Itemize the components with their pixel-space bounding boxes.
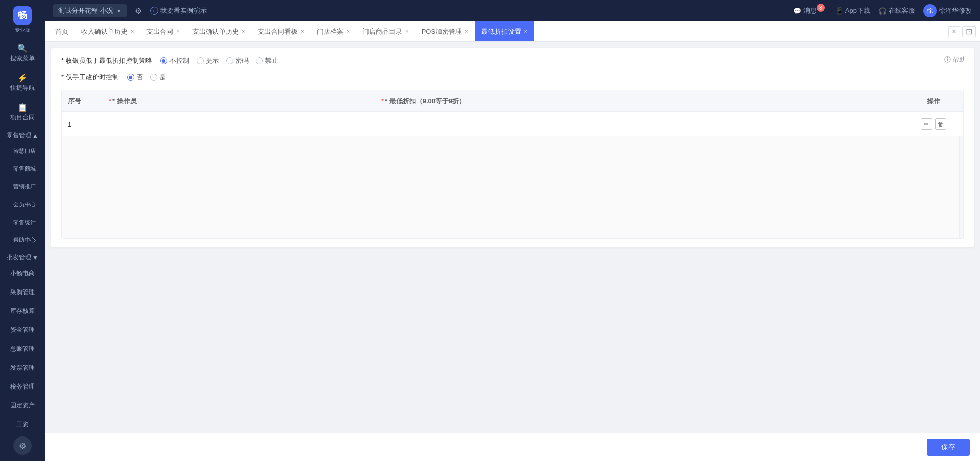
delete-row-button[interactable]: 🗑 — [935, 118, 946, 130]
radio-password[interactable]: 密码 — [226, 56, 249, 65]
edit-row-button[interactable]: ✏ — [921, 118, 932, 130]
sidebar-item-project-contract[interactable]: 📋 项目合同 — [0, 98, 45, 127]
td-seq: 1 — [62, 120, 103, 128]
logo-text: 专业版 — [15, 27, 30, 34]
save-button[interactable]: 保存 — [927, 439, 970, 456]
sidebar-item-inventory[interactable]: 库存核算 — [0, 302, 45, 321]
user-profile-button[interactable]: 徐 徐泽华修改 — [923, 4, 972, 17]
sidebar-item-quick-nav[interactable]: ⚡ 快捷导航 — [0, 68, 45, 98]
sidebar-item-retail-mgmt[interactable]: 零售管理 ▲ — [0, 127, 45, 142]
online-support-button[interactable]: 🎧 在线客服 — [878, 6, 915, 15]
tab-label: 最低折扣设置 — [481, 27, 521, 36]
sidebar-logo: 畅 专业版 — [0, 0, 45, 38]
table-scrollbar[interactable] — [959, 136, 963, 238]
sidebar-item-ecommerce[interactable]: 小畅电商 — [0, 264, 45, 283]
sidebar-item-fixed-assets[interactable]: 固定资产 — [0, 396, 45, 415]
demo-label: 我要看实例演示 — [160, 6, 207, 15]
expand-tab-button[interactable]: ⊡ — [962, 26, 976, 37]
messages-button[interactable]: 💬 消息 8 — [793, 6, 827, 15]
sidebar-item-help-center[interactable]: 帮助中心 — [0, 231, 45, 249]
project-contract-icon: 📋 — [17, 103, 28, 112]
app-download-label: App下载 — [845, 6, 870, 15]
project-chevron-icon: ▼ — [116, 8, 121, 14]
sidebar-item-salary[interactable]: 工资 — [0, 415, 45, 434]
sidebar-item-label: 采购管理 — [10, 288, 35, 297]
sidebar: 畅 专业版 🔍 搜索菜单 ⚡ 快捷导航 📋 项目合同 零售管理 ▲ 智慧门店 零… — [0, 0, 45, 461]
radio-circle-no-control — [160, 57, 167, 64]
tab-payment-confirm-history[interactable]: 支出确认单历史 × — [186, 21, 252, 42]
close-icon[interactable]: × — [131, 29, 134, 34]
radio-no-control[interactable]: 不控制 — [160, 56, 189, 65]
close-tab-button[interactable]: × — [948, 26, 960, 37]
sidebar-item-retail-stats[interactable]: 零售统计 — [0, 213, 45, 231]
radio-no[interactable]: 否 — [127, 72, 143, 82]
sidebar-item-search-menu[interactable]: 🔍 搜索菜单 — [0, 38, 45, 68]
sidebar-item-smart-store[interactable]: 智慧门店 — [0, 142, 45, 160]
sidebar-item-label: 小畅电商 — [10, 269, 35, 278]
close-icon[interactable]: × — [301, 29, 304, 34]
th-action: 操作 — [908, 96, 959, 106]
project-selector[interactable]: 测试分开花程-小况 ▼ — [53, 4, 127, 17]
settings-card: ⓘ 帮助 * 收银员低于最低折扣控制策略 不控制 提示 — [51, 48, 974, 247]
sidebar-item-label: 库存核算 — [10, 307, 35, 316]
tab-pos-password-mgmt[interactable]: POS加密管理 × — [415, 21, 475, 42]
messages-badge: 8 — [817, 4, 825, 12]
tab-home[interactable]: 首页 — [49, 21, 75, 42]
close-icon[interactable]: × — [405, 29, 408, 34]
topbar-settings-button[interactable]: ⚙ — [133, 4, 144, 18]
sidebar-item-marketing[interactable]: 营销推广 — [0, 178, 45, 196]
sidebar-item-accounting[interactable]: 总账管理 — [0, 339, 45, 358]
radio-forbid[interactable]: 禁止 — [256, 56, 278, 65]
app-download-button[interactable]: 📱 App下载 — [835, 6, 870, 15]
radio-remind[interactable]: 提示 — [197, 56, 219, 65]
tab-payment-contract-board[interactable]: 支出合同看板 × — [252, 21, 310, 42]
radio-label-remind: 提示 — [206, 56, 219, 65]
tab-store-product-catalog[interactable]: 门店商品目录 × — [356, 21, 415, 42]
radio-label-yes: 是 — [159, 72, 166, 82]
close-icon[interactable]: × — [176, 29, 179, 34]
demo-link[interactable]: ○ 我要看实例演示 — [150, 6, 207, 15]
sidebar-item-retail-mall[interactable]: 零售商城 — [0, 160, 45, 178]
tab-label: 收入确认单历史 — [81, 27, 128, 36]
sidebar-item-wholesale-mgmt[interactable]: 批发管理 ▼ — [0, 249, 45, 264]
tab-store-archive[interactable]: 门店档案 × — [311, 21, 356, 42]
close-icon[interactable]: × — [347, 29, 350, 34]
topbar: 测试分开花程-小况 ▼ ⚙ ○ 我要看实例演示 💬 消息 8 📱 App下载 🎧… — [45, 0, 980, 21]
close-icon[interactable]: × — [524, 29, 527, 34]
close-icon[interactable]: × — [465, 29, 468, 34]
radio-yes[interactable]: 是 — [150, 72, 166, 82]
topbar-right: 💬 消息 8 📱 App下载 🎧 在线客服 徐 徐泽华修改 — [793, 4, 972, 17]
page-content: ⓘ 帮助 * 收银员低于最低折扣控制策略 不控制 提示 — [45, 42, 980, 433]
th-discount: ** 最低折扣（9.00等于9折） — [375, 96, 908, 106]
tabbar-actions: × ⊡ — [948, 26, 976, 37]
sidebar-item-label: 工资 — [16, 420, 29, 429]
tab-label: 支出合同 — [146, 27, 173, 36]
sidebar-item-invoice-mgmt[interactable]: 发票管理 — [0, 358, 45, 377]
radio-label-forbid: 禁止 — [265, 56, 278, 65]
close-icon[interactable]: × — [242, 29, 245, 34]
avatar: 徐 — [923, 4, 937, 17]
settings-gear-button[interactable]: ⚙ — [13, 436, 32, 455]
sidebar-item-purchase-mgmt[interactable]: 采购管理 — [0, 283, 45, 302]
sidebar-item-label: 发票管理 — [10, 363, 35, 372]
sidebar-item-label: 营销推广 — [13, 183, 36, 190]
manual-price-label: * 仅手工改价时控制 — [61, 72, 119, 82]
sidebar-item-label: 总账管理 — [10, 345, 35, 353]
sidebar-item-fund-mgmt[interactable]: 资金管理 — [0, 321, 45, 339]
message-icon: 💬 — [793, 7, 801, 15]
required-mark: * — [109, 97, 111, 105]
help-button[interactable]: ⓘ 帮助 — [944, 55, 966, 64]
user-name: 徐泽华修改 — [939, 6, 972, 15]
sidebar-item-label: 快捷导航 — [10, 84, 35, 92]
sidebar-item-label: 零售商城 — [13, 165, 36, 173]
sidebar-item-label: 零售统计 — [13, 219, 36, 226]
sidebar-item-member-center[interactable]: 会员中心 — [0, 196, 45, 213]
table-empty-space — [62, 136, 963, 238]
tab-payment-contract[interactable]: 支出合同 × — [140, 21, 186, 42]
tab-min-discount-setting[interactable]: 最低折扣设置 × — [475, 21, 534, 42]
search-menu-icon: 🔍 — [17, 43, 28, 53]
sidebar-item-tax-mgmt[interactable]: 税务管理 — [0, 377, 45, 396]
sidebar-item-label: 资金管理 — [10, 326, 35, 334]
td-action: ✏ 🗑 — [908, 118, 959, 130]
tab-income-confirm-history[interactable]: 收入确认单历史 × — [75, 21, 140, 42]
